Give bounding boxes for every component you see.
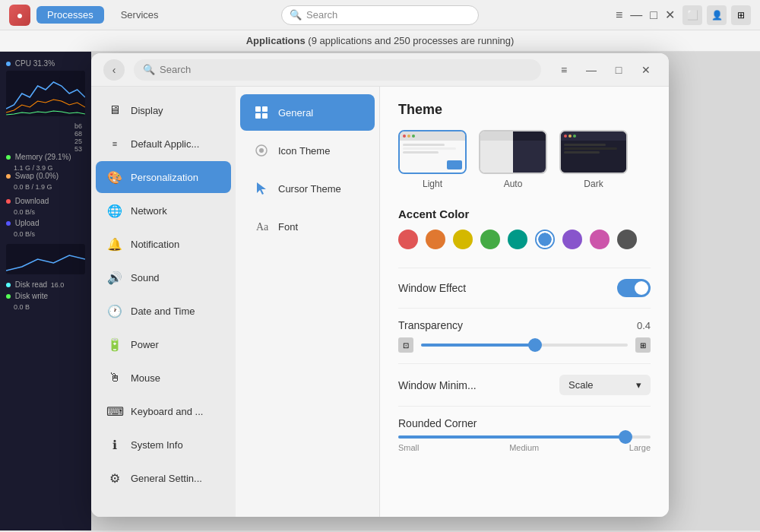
sidebar-item-display[interactable]: 🖥 Display	[96, 94, 231, 126]
corner-labels: Small Medium Large	[398, 443, 651, 452]
power-icon: 🔋	[106, 336, 123, 353]
sidebar-item-network[interactable]: 🌐 Network	[96, 195, 231, 226]
sidebar-item-general[interactable]: ⚙ General Settin...	[96, 462, 231, 494]
sidebar-item-label: Display	[131, 105, 163, 116]
maximize-icon[interactable]: □	[650, 8, 657, 22]
nav-item-font[interactable]: Aa Font	[240, 208, 375, 245]
user-icon-btn[interactable]: 👤	[707, 5, 727, 25]
maximize-button[interactable]: □	[608, 59, 629, 81]
sidebar-item-mouse[interactable]: 🖱 Mouse	[96, 362, 231, 394]
swap-stat: Swap (0.0%)	[6, 172, 85, 180]
info-icon: ℹ	[106, 436, 123, 453]
tab-services[interactable]: Services	[110, 6, 169, 24]
sidebar-item-power[interactable]: 🔋 Power	[96, 328, 231, 360]
theme-card-auto[interactable]: Auto	[479, 130, 547, 189]
window-effect-row: Window Effect	[398, 268, 651, 308]
dark-theme-preview	[559, 130, 628, 174]
sidebar-item-label: General Settin...	[131, 473, 202, 484]
accent-green[interactable]	[480, 230, 500, 249]
tab-processes[interactable]: Processes	[36, 6, 104, 24]
minimize-button[interactable]: —	[581, 59, 602, 81]
theme-card-dark[interactable]: Dark	[559, 130, 628, 189]
sidebar-item-personalization[interactable]: 🎨 Personalization	[96, 161, 231, 193]
minimize-icon[interactable]: —	[630, 8, 642, 22]
window-search-bar[interactable]: 🔍	[134, 59, 541, 81]
accent-purple[interactable]	[562, 230, 582, 249]
sidebar-item-label: Personalization	[131, 172, 198, 183]
sidebar-item-sysinfo[interactable]: ℹ System Info	[96, 429, 231, 461]
nav-panel: General Icon Theme	[236, 87, 380, 517]
sidebar-item-keyboard[interactable]: ⌨ Keyboard and ...	[96, 395, 231, 427]
memory-stat: Memory (29.1%)	[6, 153, 85, 161]
transparency-min-icon: ⊡	[398, 337, 413, 353]
sidebar-item-label: Notification	[131, 239, 179, 250]
light-theme-preview	[398, 130, 467, 174]
back-button[interactable]: ‹	[103, 59, 125, 81]
keyboard-icon: ⌨	[106, 403, 123, 420]
window-effect-toggle[interactable]	[617, 279, 651, 297]
slider-thumb[interactable]	[528, 338, 542, 352]
accent-orange[interactable]	[426, 230, 445, 249]
svg-rect-3	[262, 113, 268, 119]
sidebar-item-label: Network	[131, 205, 167, 217]
transparency-slider[interactable]: ⊡ ⊞	[398, 337, 651, 353]
menu-button[interactable]: ≡	[553, 59, 575, 81]
accent-pink[interactable]	[590, 230, 610, 249]
disk-stats: Disk read 16.0 Disk write 0.0 B	[6, 280, 85, 311]
dark-theme-label: Dark	[584, 179, 603, 189]
accent-red[interactable]	[398, 230, 418, 249]
accent-blue[interactable]	[535, 230, 555, 249]
window-minimize-dropdown[interactable]: Scale ▾	[559, 375, 651, 395]
accent-colors	[398, 230, 651, 249]
sidebar-item-label: Keyboard and ...	[131, 406, 203, 417]
transparency-label: Transparency	[398, 319, 463, 331]
taskbar-search[interactable]: 🔍 Search	[281, 5, 479, 25]
accent-yellow[interactable]	[453, 230, 473, 249]
notification-icon: 🔔	[106, 236, 123, 252]
corner-label-large: Large	[629, 443, 651, 452]
svg-marker-6	[257, 182, 266, 195]
graph-labels: b6682553	[6, 122, 85, 153]
corner-slider[interactable]: Small Medium Large	[398, 435, 651, 452]
monitor-icon-btn[interactable]: ⬜	[682, 5, 702, 25]
close-icon[interactable]: ✕	[665, 8, 675, 22]
cpu-stat: CPU 31.3%	[6, 59, 85, 68]
sidebar-item-default-apps[interactable]: ≡ Default Applic...	[96, 128, 231, 160]
nav-item-label: Icon Theme	[278, 145, 330, 157]
app-detail: (9 applications and 250 processes are ru…	[308, 35, 514, 46]
grid-icon-btn[interactable]: ⊞	[731, 5, 751, 25]
network-icon: 🌐	[106, 202, 123, 219]
sidebar-item-label: Sound	[131, 272, 160, 283]
chevron-down-icon: ▾	[636, 379, 641, 391]
nav-item-general[interactable]: General	[240, 94, 375, 131]
mouse-icon: 🖱	[106, 369, 123, 386]
svg-rect-2	[255, 113, 261, 119]
light-theme-label: Light	[423, 179, 442, 189]
close-button[interactable]: ✕	[635, 59, 657, 81]
sidebar-item-label: Date and Time	[131, 306, 195, 317]
sidebar-item-label: System Info	[131, 439, 183, 451]
corner-slider-thumb[interactable]	[619, 430, 632, 444]
search-input[interactable]	[160, 64, 532, 75]
personalization-icon: 🎨	[106, 169, 123, 185]
accent-teal[interactable]	[508, 230, 527, 249]
sidebar-item-label: Default Applic...	[131, 138, 199, 150]
theme-options: Light Auto	[398, 130, 651, 189]
font-nav-icon: Aa	[252, 217, 271, 236]
accent-gray[interactable]	[617, 230, 637, 249]
theme-card-light[interactable]: Light	[398, 130, 467, 189]
hamburger-icon[interactable]: ≡	[616, 8, 622, 22]
slider-fill	[421, 344, 535, 347]
sidebar-item-sound[interactable]: 🔊 Sound	[96, 261, 231, 293]
network-graph	[6, 244, 85, 274]
sidebar-item-datetime[interactable]: 🕐 Date and Time	[96, 295, 231, 327]
nav-item-cursor-theme[interactable]: Cursor Theme	[240, 170, 375, 207]
accent-section-title: Accent Color	[398, 207, 651, 220]
cpu-graph	[6, 71, 85, 116]
sidebar-item-label: Power	[131, 339, 159, 350]
window-titlebar: ‹ 🔍 ≡ — □ ✕	[91, 53, 669, 87]
sidebar-item-notification[interactable]: 🔔 Notification	[96, 228, 231, 260]
transparency-value: 0.4	[637, 320, 651, 331]
nav-item-icon-theme[interactable]: Icon Theme	[240, 132, 375, 169]
datetime-icon: 🕐	[106, 302, 123, 319]
